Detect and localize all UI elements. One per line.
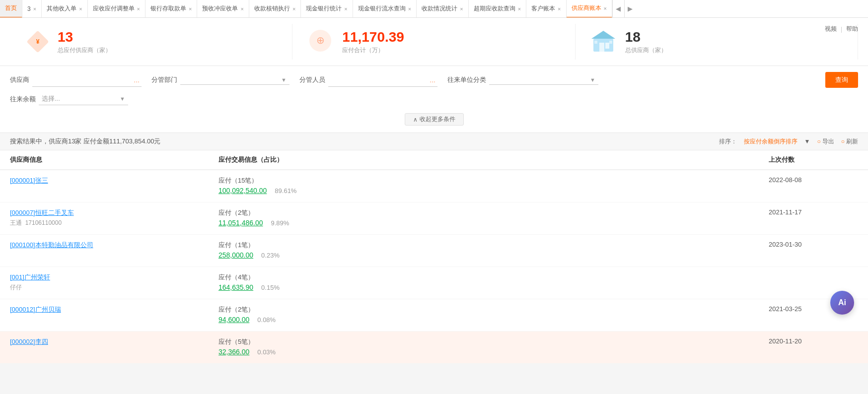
tx-amount-row5: 94,600.00 0.08% bbox=[218, 316, 769, 324]
tx-amount-link-row4[interactable]: 164,635.90 bbox=[218, 283, 253, 291]
tab-receipt-exec-close[interactable]: × bbox=[292, 6, 295, 12]
summary-bar: ¥ 13 总应付供应商（家） ⊕ 11,170.39 应付合计（万） bbox=[0, 18, 868, 66]
lastpay-date-row6: 2020-11-20 bbox=[769, 337, 802, 345]
diamond-icon: ¥ bbox=[25, 29, 51, 55]
transaction-cell-row3: 应付（1笔） 258,000.00 0.23% bbox=[218, 241, 769, 261]
lastpay-cell-row6: 2020-11-20 bbox=[769, 337, 858, 345]
tab-payable-adjust-label: 应收应付调整单 bbox=[93, 4, 135, 13]
lastpay-date-row5: 2021-03-25 bbox=[769, 305, 802, 313]
tx-amount-link-row3[interactable]: 258,000.00 bbox=[218, 251, 253, 259]
filter-area: 供应商 ... 分管部门 ▼ 分管人员 ... 往来单位分类 bbox=[0, 66, 868, 133]
supplier-cell-row1: [000001]张三 bbox=[10, 176, 218, 185]
lastpay-cell-row3: 2023-01-30 bbox=[769, 241, 858, 248]
export-icon: ○ bbox=[817, 138, 821, 145]
person-filter-item: 分管人员 ... bbox=[299, 73, 437, 87]
tx-amount-row2: 11,051,486.00 9.89% bbox=[218, 219, 769, 227]
tab-customer-account[interactable]: 客户账本 × bbox=[526, 0, 566, 18]
supplier-link-row5[interactable]: [000012]广州贝瑞 bbox=[10, 306, 61, 313]
svg-marker-5 bbox=[591, 31, 615, 39]
filter-row-2: 往来余额 选择... ▼ bbox=[10, 93, 858, 105]
balance-filter-label: 往来余额 bbox=[10, 95, 36, 104]
tab-overdue-collect-label: 超期应收款查询 bbox=[474, 4, 515, 13]
query-button[interactable]: 查询 bbox=[825, 72, 858, 88]
tab-bank-deposit[interactable]: 银行存取款单 × bbox=[145, 0, 197, 18]
tab-home[interactable]: 首页 bbox=[0, 0, 22, 18]
person-picker-btn[interactable]: ... bbox=[430, 76, 435, 84]
payable-suppliers-count: 13 bbox=[58, 29, 111, 46]
video-link[interactable]: 视频 bbox=[825, 25, 837, 33]
tab-cash-bank-stat-close[interactable]: × bbox=[344, 6, 347, 12]
tab-customer-account-close[interactable]: × bbox=[558, 6, 561, 12]
tx-label-row4: 应付（4笔） bbox=[218, 273, 254, 282]
collapse-up-icon: ∧ bbox=[413, 116, 418, 123]
tab-receipt-exec[interactable]: 收款核销执行 × bbox=[249, 0, 301, 18]
balance-filter-item: 往来余额 选择... ▼ bbox=[10, 93, 128, 105]
tab-payable-adjust-close[interactable]: × bbox=[137, 6, 140, 12]
balance-dropdown[interactable]: 选择... ▼ bbox=[39, 93, 128, 105]
tab-overdue-collect-close[interactable]: × bbox=[518, 6, 521, 12]
nav-prev-arrow[interactable]: ◀ bbox=[612, 0, 624, 18]
tab-supplier-account-close[interactable]: × bbox=[604, 5, 607, 11]
tx-row3: 应付（1笔） bbox=[218, 241, 769, 250]
supplier-link-row3[interactable]: [000100]本特勤油品有限公司 bbox=[10, 241, 93, 249]
supplier-link-row1[interactable]: [000001]张三 bbox=[10, 177, 48, 184]
tx-amount-link-row2[interactable]: 11,051,486.00 bbox=[218, 219, 263, 227]
col-header-lastpay: 上次付数 bbox=[769, 155, 858, 164]
ai-assistant-badge[interactable]: Ai bbox=[830, 291, 854, 315]
total-suppliers-label: 总供应商（家） bbox=[625, 46, 667, 55]
svg-rect-7 bbox=[605, 43, 609, 49]
supplier-link-row2[interactable]: [000007]恒旺二手叉车 bbox=[10, 209, 74, 216]
tx-amount-link-row6[interactable]: 32,366.00 bbox=[218, 348, 249, 356]
tab-other-income-close[interactable]: × bbox=[79, 6, 82, 12]
refresh-label[interactable]: 刷新 bbox=[846, 137, 858, 146]
supplier-link-row4[interactable]: [001]广州荣轩 bbox=[10, 273, 50, 281]
tx-pct-row4: 0.15% bbox=[261, 284, 280, 291]
tab-bank-deposit-close[interactable]: × bbox=[189, 6, 192, 12]
person-input[interactable] bbox=[330, 74, 430, 85]
tx-amount-link-row1[interactable]: 100,092,540.00 bbox=[218, 187, 267, 195]
tx-row2: 应付（2笔） bbox=[218, 208, 769, 217]
unit-class-dropdown[interactable]: ▼ bbox=[489, 75, 598, 85]
tx-amount-link-row5[interactable]: 94,600.00 bbox=[218, 316, 249, 324]
tx-amount-row6: 32,366.00 0.03% bbox=[218, 348, 769, 356]
collapse-label: 收起更多条件 bbox=[420, 115, 455, 124]
tab-payable-adjust[interactable]: 应收应付调整单 × bbox=[88, 0, 145, 18]
supplier-input[interactable] bbox=[34, 74, 134, 85]
export-label[interactable]: 导出 bbox=[822, 137, 834, 146]
sort-value[interactable]: 按应付余额倒序排序 bbox=[744, 137, 797, 146]
supplier-filter-label: 供应商 bbox=[10, 75, 29, 84]
tx-label-row2: 应付（2笔） bbox=[218, 208, 254, 217]
nav-next-arrow[interactable]: ▶ bbox=[624, 0, 636, 18]
tab-advance-collect-close[interactable]: × bbox=[240, 6, 243, 12]
tab-cash-bank-stat[interactable]: 现金银行统计 × bbox=[301, 0, 353, 18]
tab-3[interactable]: 3 × bbox=[22, 0, 42, 18]
supplier-picker-btn[interactable]: ... bbox=[134, 76, 140, 84]
refresh-button[interactable]: ○ 刷新 bbox=[841, 137, 858, 146]
supplier-name-row6: [000002]李四 bbox=[10, 337, 218, 346]
tab-collection-stat[interactable]: 收款情况统计 × bbox=[417, 0, 468, 18]
tab-collection-stat-close[interactable]: × bbox=[460, 6, 463, 12]
tab-cash-bank-flow[interactable]: 现金银行流水查询 × bbox=[353, 0, 417, 18]
summary-info-total-suppliers: 18 总供应商（家） bbox=[625, 29, 667, 55]
collapse-btn-container: ∧ 收起更多条件 bbox=[10, 110, 858, 127]
dept-dropdown[interactable]: ▼ bbox=[180, 75, 289, 85]
collapse-button[interactable]: ∧ 收起更多条件 bbox=[405, 113, 464, 126]
help-link[interactable]: 帮助 bbox=[846, 25, 858, 33]
tab-overdue-collect[interactable]: 超期应收款查询 × bbox=[469, 0, 526, 18]
supplier-name-row4: [001]广州荣轩 bbox=[10, 273, 218, 282]
tab-supplier-account[interactable]: 供应商账本 × bbox=[567, 0, 612, 18]
supplier-link-row6[interactable]: [000002]李四 bbox=[10, 338, 48, 345]
unit-class-label: 往来单位分类 bbox=[447, 75, 486, 84]
summary-card-payable-suppliers: ¥ 13 总应付供应商（家） bbox=[10, 24, 292, 60]
supplier-name-row2: [000007]恒旺二手叉车 bbox=[10, 208, 218, 217]
supplier-name-row5: [000012]广州贝瑞 bbox=[10, 305, 218, 314]
export-button[interactable]: ○ 导出 bbox=[817, 137, 834, 146]
tab-3-close[interactable]: × bbox=[33, 6, 36, 12]
tab-advance-collect[interactable]: 预收冲应收单 × bbox=[197, 0, 249, 18]
result-summary-text: 搜索结果中，供应商13家 应付金额111,703,854.00元 bbox=[10, 137, 160, 146]
payable-suppliers-label: 总应付供应商（家） bbox=[58, 46, 111, 55]
tx-pct-row6: 0.03% bbox=[257, 348, 276, 356]
tab-cash-bank-flow-close[interactable]: × bbox=[408, 6, 411, 12]
tab-other-income[interactable]: 其他收入单 × bbox=[42, 0, 87, 18]
unit-class-filter-item: 往来单位分类 ▼ bbox=[447, 75, 598, 85]
